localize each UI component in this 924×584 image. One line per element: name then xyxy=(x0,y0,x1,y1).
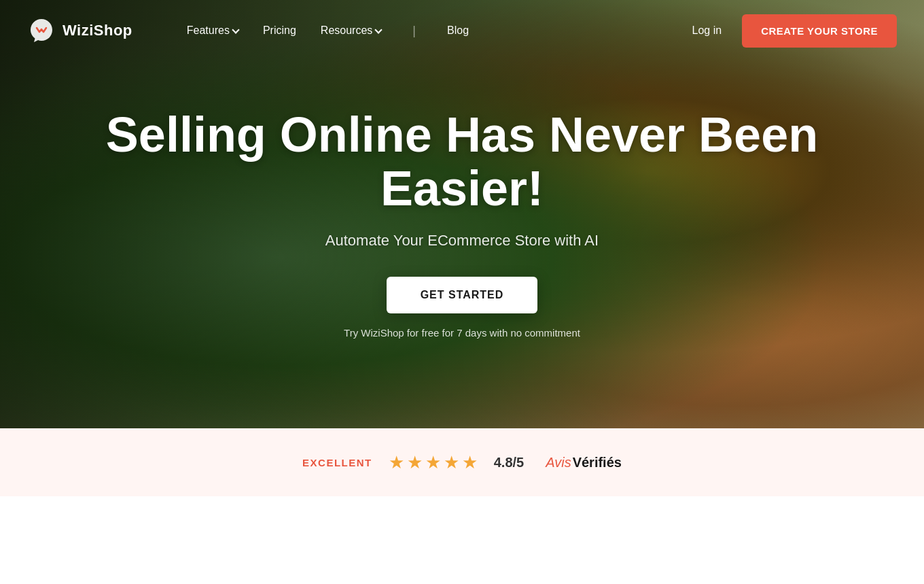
nav-features[interactable]: Features xyxy=(187,24,238,37)
star-2: ★ xyxy=(407,452,423,473)
stars-container: ★ ★ ★ ★ ★ xyxy=(389,452,478,473)
below-fold xyxy=(0,496,924,584)
hero-title: Selling Online Has Never Been Easier! xyxy=(88,108,836,216)
nav-blog[interactable]: Blog xyxy=(447,24,469,37)
rating-section: EXCELLENT ★ ★ ★ ★ ★ 4.8/5 Avis Vérifiés xyxy=(0,428,924,496)
excellent-label: EXCELLENT xyxy=(302,457,372,468)
star-1: ★ xyxy=(389,452,404,473)
avis-verifies-logo: Avis Vérifiés xyxy=(546,455,622,470)
chevron-down-icon xyxy=(232,26,239,33)
star-3: ★ xyxy=(425,452,441,473)
get-started-button[interactable]: GET STARTED xyxy=(387,277,538,313)
hero-tagline: Try WiziShop for free for 7 days with no… xyxy=(344,326,580,341)
logo-icon xyxy=(27,16,56,45)
logo-link[interactable]: WiziShop xyxy=(27,16,132,45)
create-store-button[interactable]: CREATE YOUR STORE xyxy=(742,14,897,48)
nav-resources[interactable]: Resources xyxy=(321,24,381,37)
star-half: ★ xyxy=(462,452,478,473)
login-link[interactable]: Log in xyxy=(692,24,722,37)
nav-links: Features Pricing Resources | Blog xyxy=(187,24,469,38)
logo-text: WiziShop xyxy=(63,22,132,39)
chevron-down-icon-resources xyxy=(375,26,383,33)
avis-text: Avis xyxy=(546,455,571,470)
star-4: ★ xyxy=(444,452,459,473)
navigation: WiziShop Features Pricing Resources | Bl… xyxy=(0,0,924,61)
nav-pricing[interactable]: Pricing xyxy=(263,24,296,37)
hero-content: Selling Online Has Never Been Easier! Au… xyxy=(0,0,924,428)
hero-section: WiziShop Features Pricing Resources | Bl… xyxy=(0,0,924,428)
nav-divider: | xyxy=(412,24,416,38)
nav-right: Log in CREATE YOUR STORE xyxy=(692,14,897,48)
rating-score: 4.8/5 xyxy=(494,455,524,470)
verifies-text: Vérifiés xyxy=(573,455,622,470)
hero-subtitle: Automate Your ECommerce Store with AI xyxy=(325,232,599,250)
